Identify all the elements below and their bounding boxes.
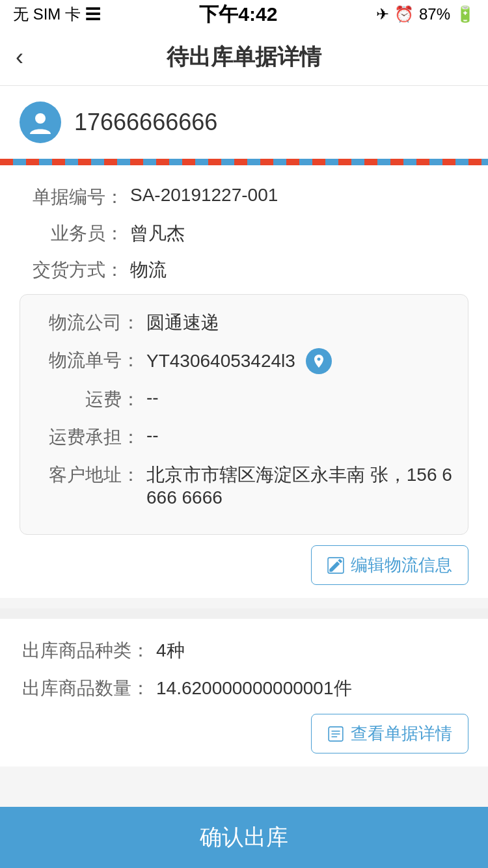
confirm-btn-label: 确认出库 [200,822,288,852]
outbound-types-value: 4种 [156,638,185,663]
logistics-address-label: 客户地址： [36,463,140,487]
edit-logistics-label: 编辑物流信息 [351,554,452,576]
salesman-value: 曾凡杰 [130,221,468,246]
logistics-card: 物流公司： 圆通速递 物流单号： YT43064053424l3 运费： -- [20,294,468,535]
alarm-indicator: ⏰ [394,5,414,23]
svg-point-0 [35,113,46,124]
battery-level: 87% [419,5,450,23]
back-button[interactable]: ‹ [16,44,23,71]
section-divider [0,608,488,619]
logistics-company-row: 物流公司： 圆通速递 [36,310,452,335]
user-section: 17666666666 [0,86,488,159]
logistics-freight-label: 运费： [36,387,140,412]
view-detail-label: 查看单据详情 [351,722,452,745]
status-left: 无 SIM 卡 ☰ [13,4,101,25]
status-bar: 无 SIM 卡 ☰ 下午4:42 ✈ ⏰ 87% 🔋 [0,0,488,29]
status-right: ✈ ⏰ 87% 🔋 [376,5,475,23]
avatar [20,102,61,143]
delivery-value: 物流 [130,258,468,282]
logistics-company-value: 圆通速递 [146,310,452,335]
salesman-label: 业务员： [20,221,124,246]
outbound-types-row: 出库商品种类： 4种 [20,638,468,663]
user-phone: 17666666666 [74,109,217,136]
delivery-row: 交货方式： 物流 [20,258,468,282]
sim-status: 无 SIM 卡 ☰ [13,4,101,25]
nav-bar: ‹ 待出库单据详情 [0,29,488,86]
logistics-freight-value: -- [146,387,452,408]
order-no-label: 单据编号： [20,185,124,210]
edit-logistics-button[interactable]: 编辑物流信息 [311,545,468,585]
page-title: 待出库单据详情 [167,42,321,72]
order-no-value: SA-20191227-001 [130,185,468,206]
tracking-no-text: YT43064053424l3 [146,351,295,372]
logistics-company-label: 物流公司： [36,310,140,335]
logistics-freight-bearer-value: -- [146,425,452,446]
logistics-tracking-value: YT43064053424l3 [146,348,452,374]
dashed-separator [0,159,488,165]
tracking-location-button[interactable] [306,348,332,374]
location-indicator: ✈ [376,5,389,23]
logistics-freight-bearer-label: 运费承担： [36,425,140,450]
outbound-types-label: 出库商品种类： [20,638,150,663]
outbound-section: 出库商品种类： 4种 出库商品数量： 14.620000000000001件 查… [0,619,488,766]
battery-icon: 🔋 [455,5,475,23]
logistics-freight-bearer-row: 运费承担： -- [36,425,452,450]
logistics-tracking-label: 物流单号： [36,348,140,373]
edit-btn-container: 编辑物流信息 [20,545,468,585]
view-detail-button[interactable]: 查看单据详情 [311,714,468,753]
delivery-label: 交货方式： [20,258,124,282]
logistics-address-value: 北京市市辖区海淀区永丰南 张，156 6666 6666 [146,463,452,508]
order-info-section: 单据编号： SA-20191227-001 业务员： 曾凡杰 交货方式： 物流 … [0,165,488,598]
logistics-address-row: 客户地址： 北京市市辖区海淀区永丰南 张，156 6666 6666 [36,463,452,508]
logistics-tracking-row: 物流单号： YT43064053424l3 [36,348,452,374]
logistics-freight-row: 运费： -- [36,387,452,412]
outbound-quantity-label: 出库商品数量： [20,676,150,701]
salesman-row: 业务员： 曾凡杰 [20,221,468,246]
outbound-quantity-row: 出库商品数量： 14.620000000000001件 [20,676,468,701]
outbound-quantity-value: 14.620000000000001件 [156,676,352,701]
view-btn-container: 查看单据详情 [20,714,468,753]
confirm-btn-container[interactable]: 确认出库 [0,807,488,868]
status-time: 下午4:42 [199,1,277,28]
order-no-row: 单据编号： SA-20191227-001 [20,185,468,210]
